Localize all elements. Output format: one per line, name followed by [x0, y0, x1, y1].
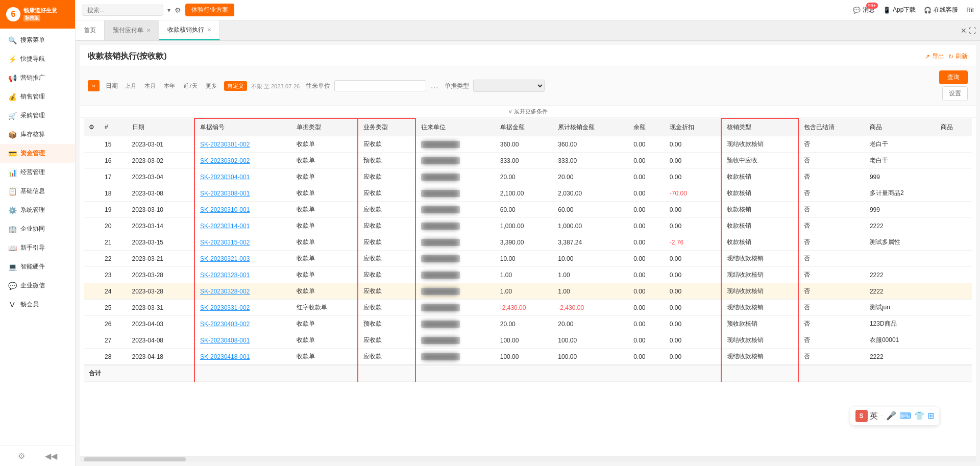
filter-more-btn[interactable]: 更多	[203, 81, 220, 91]
tab-prepay-close-icon[interactable]: ✕	[146, 28, 151, 33]
cell-settings[interactable]	[84, 169, 100, 185]
cell-settings[interactable]	[84, 251, 100, 267]
bill-no-link[interactable]: SK-20230408-001	[200, 337, 250, 344]
grid-icon[interactable]: ⊞	[927, 411, 934, 422]
cell-settings[interactable]	[84, 349, 100, 365]
sidebar-item-sales[interactable]: 💰销售管理	[0, 87, 75, 106]
sidebar-item-system[interactable]: ⚙️系统管理	[0, 201, 75, 219]
cell-settings[interactable]	[84, 218, 100, 234]
tab-home[interactable]: 首页	[76, 20, 105, 40]
bill-no-link[interactable]: SK-20230321-003	[200, 255, 250, 262]
bill-no-link[interactable]: SK-20230331-002	[200, 304, 250, 311]
sidebar-icon-quick-nav: ⚡	[8, 55, 16, 63]
sidebar-item-basic-info[interactable]: 📋基础信息	[0, 182, 75, 201]
cell-settings[interactable]	[84, 332, 100, 349]
sidebar-item-search[interactable]: 🔍搜索菜单	[0, 31, 75, 50]
cell-settings[interactable]	[84, 234, 100, 251]
cell-bill-type: 收款单	[291, 185, 358, 202]
th-verify-type: 核销类型	[721, 118, 798, 136]
filter-expand-button[interactable]: »	[88, 80, 100, 91]
online-service-button[interactable]: 🎧 在线客服	[924, 6, 958, 14]
user-name[interactable]: Rit	[966, 7, 974, 14]
th-settings[interactable]: ⚙	[84, 118, 100, 136]
messages-button[interactable]: 💬 消息 99+	[853, 6, 875, 14]
sidebar-item-purchase[interactable]: 🛒采购管理	[0, 106, 75, 125]
cell-settings[interactable]	[84, 283, 100, 300]
bill-no-link[interactable]: SK-20230301-002	[200, 141, 250, 148]
footer-billno	[194, 365, 291, 382]
sidebar-label-marketing: 营销推广	[20, 73, 45, 82]
sidebar-item-corp[interactable]: 🏢企业协同	[0, 219, 75, 238]
sidebar-label-inventory: 库存核算	[20, 130, 45, 139]
bill-no-link[interactable]: SK-20230304-001	[200, 174, 250, 181]
bill-no-link[interactable]: SK-20230328-001	[200, 272, 250, 279]
horizontal-scrollbar[interactable]	[84, 457, 186, 461]
topbar-dropdown-icon[interactable]: ▾	[167, 7, 170, 14]
export-button[interactable]: ↗ 导出	[925, 52, 944, 61]
collapse-icon[interactable]: ◀◀	[45, 451, 57, 461]
bill-no-link[interactable]: SK-20230418-001	[200, 353, 250, 360]
cell-balance: 0.00	[628, 169, 665, 185]
tab-fullscreen-button[interactable]: ⛶	[969, 27, 976, 35]
cell-settings[interactable]	[84, 136, 100, 153]
refresh-button[interactable]: ↻ 刷新	[948, 52, 968, 61]
cell-goods2	[936, 349, 972, 365]
sidebar-item-operation[interactable]: 📊经营管理	[0, 163, 75, 182]
bill-no-link[interactable]: SK-20230403-002	[200, 321, 250, 328]
sidebar-item-finance[interactable]: 💳资金管理	[0, 144, 75, 163]
app-download-button[interactable]: 📱 App下载	[883, 6, 916, 14]
toolbar-icons: 英 · 🎤 ⌨ 👕 ⊞	[870, 411, 934, 422]
topbar-gear-icon[interactable]: ⚙	[175, 6, 181, 14]
filter-7days-btn[interactable]: 近7天	[180, 81, 201, 91]
filter-billtype-select[interactable]	[473, 80, 545, 92]
shirt-icon[interactable]: 👕	[914, 411, 924, 422]
table-scrollbar[interactable]	[80, 456, 976, 462]
sidebar-item-hardware[interactable]: 💻智能硬件	[0, 257, 75, 276]
cell-settings[interactable]	[84, 202, 100, 218]
english-icon[interactable]: 英	[870, 411, 878, 422]
expand-more-bar[interactable]: ∨ 展开更多条件	[80, 106, 976, 118]
cell-index: 28	[100, 349, 127, 365]
settings-bottom-icon[interactable]: ⚙	[18, 451, 25, 461]
sidebar-item-quick-nav[interactable]: ⚡快捷导航	[0, 50, 75, 68]
sidebar-item-marketing[interactable]: 📢营销推广	[0, 68, 75, 87]
filter-partner-input[interactable]	[334, 80, 426, 91]
bill-no-link[interactable]: SK-20230315-002	[200, 239, 250, 246]
filter-this-year-btn[interactable]: 本年	[161, 81, 178, 91]
keyboard-icon[interactable]: ⌨	[899, 411, 911, 422]
mic-icon[interactable]: 🎤	[886, 411, 896, 422]
cell-verify-amount: 10.00	[553, 251, 628, 267]
cell-settings[interactable]	[84, 300, 100, 316]
sogou-icon: S	[855, 410, 868, 422]
bill-no-link[interactable]: SK-20230302-002	[200, 157, 250, 164]
bill-no-link[interactable]: SK-20230308-001	[200, 190, 250, 197]
tab-receipt-close-icon[interactable]: ✕	[207, 27, 211, 33]
sidebar-label-search: 搜索菜单	[20, 36, 45, 44]
cell-settings[interactable]	[84, 267, 100, 283]
tab-close-all-button[interactable]: ✕	[961, 27, 967, 35]
filter-custom-btn[interactable]: 自定义	[224, 81, 247, 91]
sidebar-item-wechat[interactable]: 💬企业微信	[0, 276, 75, 295]
cell-verify-type: 收款核销	[721, 234, 798, 251]
query-button[interactable]: 查询	[939, 70, 968, 84]
tab-receipt-verify[interactable]: 收款核销执行 ✕	[159, 20, 220, 40]
tab-prepay-bill[interactable]: 预付应付单 ✕	[105, 20, 159, 40]
sidebar-item-guide[interactable]: 📖新手引导	[0, 238, 75, 257]
sidebar-item-inventory[interactable]: 📦库存核算	[0, 125, 75, 144]
table-row: 18 2023-03-08 SK-20230308-001 收款单 应收款 ██…	[84, 185, 972, 202]
footer-partner	[415, 365, 495, 382]
cell-settings[interactable]	[84, 316, 100, 332]
cell-date: 2023-03-21	[127, 251, 194, 267]
bill-no-link[interactable]: SK-20230314-001	[200, 223, 250, 230]
table-row: 28 2023-04-18 SK-20230418-001 收款单 应收款 ██…	[84, 349, 972, 365]
bill-no-link[interactable]: SK-20230328-002	[200, 288, 250, 295]
topbar-search-input[interactable]	[82, 5, 163, 16]
cell-settings[interactable]	[84, 185, 100, 202]
industry-solution-button[interactable]: 体验行业方案	[185, 4, 234, 16]
filter-this-month-btn[interactable]: 本月	[141, 81, 159, 91]
set-button[interactable]: 设置	[942, 86, 968, 101]
filter-prev-month-btn[interactable]: 上月	[122, 81, 139, 91]
sidebar-item-member[interactable]: V畅会员	[0, 295, 75, 314]
cell-settings[interactable]	[84, 153, 100, 169]
bill-no-link[interactable]: SK-20230310-001	[200, 206, 250, 213]
